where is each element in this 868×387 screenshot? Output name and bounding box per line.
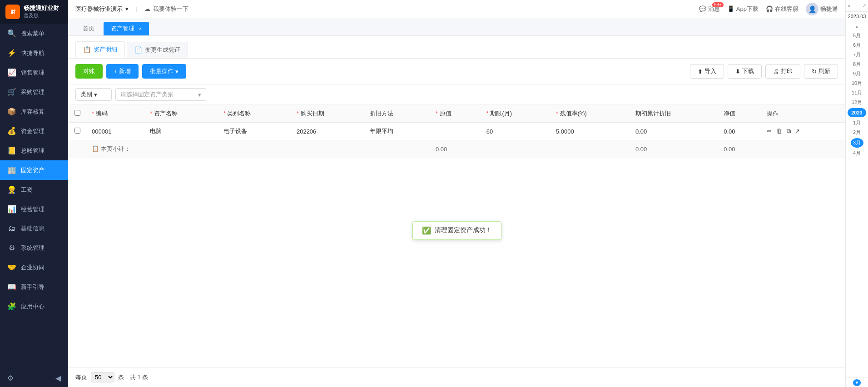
month-2[interactable]: 2月	[846, 128, 868, 137]
tab-assets[interactable]: 资产管理 ×	[104, 22, 149, 35]
new-btn[interactable]: + 新增	[106, 64, 139, 79]
month-9[interactable]: 9月	[846, 69, 868, 79]
app-download-btn[interactable]: 📱 App下载	[727, 5, 759, 13]
sidebar-item-inventory[interactable]: 📦 库存核算	[0, 102, 68, 121]
sidebar-item-search[interactable]: 🔍 搜索菜单	[0, 24, 68, 43]
more-icon[interactable]: ↗	[795, 128, 800, 134]
sidebar-item-collab[interactable]: 🤝 企业协同	[0, 258, 68, 277]
experience-btn[interactable]: ☁ 我要体验一下	[144, 5, 188, 13]
sidebar-item-basic[interactable]: 🗂 基础信息	[0, 219, 68, 238]
sidebar-item-sales[interactable]: 📈 销售管理	[0, 63, 68, 82]
expand-panel-icon[interactable]: ⤢	[862, 3, 866, 9]
cell-action: ✏ 🗑 ⧉ ↗	[761, 123, 845, 140]
scroll-down-btn[interactable]: ▼	[846, 377, 868, 387]
funds-icon: 💰	[7, 127, 16, 135]
subtotal-net: 0.00	[718, 140, 761, 158]
import-btn[interactable]: ⬆ 导入	[690, 64, 724, 79]
month-8[interactable]: 8月	[846, 60, 868, 69]
month-4[interactable]: 4月	[846, 149, 868, 158]
sidebar-logo: 财 畅捷通好业财 普及版	[0, 0, 68, 24]
right-panel: × ⤢ 2023.03 ▲ 5月 6月 7月 8月 9月 10月 11月 12月…	[845, 0, 868, 387]
sidebar-item-apps[interactable]: 🧩 应用中心	[0, 297, 68, 316]
month-3-active[interactable]: 3月	[851, 138, 863, 148]
month-5[interactable]: 5月	[846, 31, 868, 40]
sub-tab-asset-detail[interactable]: 📋 资产明细	[75, 41, 125, 58]
right-panel-header: × ⤢	[846, 0, 868, 12]
topbar-right: 💬 消息 99+ 📱 App下载 🎧 在线客服 👤 畅捷通	[699, 3, 838, 15]
edit-icon[interactable]: ✏	[767, 128, 772, 134]
filter-row: 类别 ▾ 请选择固定资产类别 ▾	[68, 84, 845, 105]
page-content: 📋 资产明细 📄 变更生成凭证 对账 + 新增 批量操作 ▾ ⬆ 导入	[68, 36, 845, 387]
toast-message: 清理固定资产成功！	[435, 226, 492, 234]
select-all-checkbox[interactable]	[74, 110, 80, 116]
scroll-up-btn[interactable]: ▲	[846, 21, 868, 31]
page-size-select[interactable]: 50 100	[91, 372, 114, 382]
sidebar-item-ledger[interactable]: 📒 总账管理	[0, 141, 68, 160]
close-panel-icon[interactable]: ×	[848, 3, 850, 9]
logo-icon: 财	[5, 5, 20, 19]
logo-subtitle: 普及版	[24, 12, 59, 19]
collapse-icon[interactable]: ◀	[55, 374, 61, 382]
month-7[interactable]: 7月	[846, 50, 868, 60]
col-depreciation: 折旧方法	[364, 105, 430, 123]
cell-period: 60	[481, 123, 551, 140]
sub-tab-voucher[interactable]: 📄 变更生成凭证	[127, 42, 188, 58]
sidebar-item-payroll[interactable]: 👷 工资	[0, 180, 68, 199]
system-icon: ⚙	[7, 243, 16, 252]
batch-btn[interactable]: 批量操作 ▾	[142, 64, 186, 79]
row-checkbox[interactable]	[74, 128, 80, 134]
settings-icon[interactable]: ⚙	[7, 374, 14, 382]
sidebar-item-funds[interactable]: 💰 资金管理	[0, 121, 68, 141]
month-12[interactable]: 12月	[846, 98, 868, 107]
month-10[interactable]: 10月	[846, 79, 868, 88]
inventory-icon: 📦	[7, 107, 16, 116]
asset-detail-icon: 📋	[83, 46, 91, 53]
delete-icon[interactable]: 🗑	[776, 128, 782, 134]
subtotal-row: 📋 本页小计： 0.00 0.00 0.00	[68, 140, 845, 158]
sidebar-item-purchase[interactable]: 🛒 采购管理	[0, 82, 68, 102]
cell-residual: 5.0000	[551, 123, 630, 140]
cell-original-value	[430, 123, 481, 140]
category-type-select[interactable]: 类别 ▾	[75, 88, 112, 101]
select-all-header[interactable]	[68, 105, 86, 123]
print-btn[interactable]: 🖨 打印	[765, 64, 800, 79]
tab-home[interactable]: 首页	[75, 22, 102, 35]
online-service-btn[interactable]: 🎧 在线客服	[766, 5, 799, 13]
sidebar-item-quicknav[interactable]: ⚡ 快捷导航	[0, 43, 68, 63]
cloud-icon: ☁	[144, 5, 150, 12]
company-selector[interactable]: 医疗器械行业演示 ▾	[75, 5, 129, 13]
download-btn[interactable]: ⬇ 下载	[728, 64, 762, 79]
sidebar-item-system[interactable]: ⚙ 系统管理	[0, 238, 68, 258]
sidebar-item-assets[interactable]: 🏢 固定资产	[0, 160, 68, 180]
refresh-btn[interactable]: ↻ 刷新	[804, 64, 838, 79]
copy-icon[interactable]: ⧉	[787, 128, 791, 134]
assets-icon: 🏢	[7, 166, 16, 174]
col-net-value: 净值	[718, 105, 761, 123]
sidebar-item-operations[interactable]: 📊 经营管理	[0, 199, 68, 219]
tabs-bar: 首页 资产管理 ×	[68, 18, 845, 36]
assets-table: * 编码 * 资产名称 * 类别名称 * 购买日期 折旧方法 * 原值 * 期限…	[68, 105, 845, 158]
account-btn[interactable]: 对账	[75, 64, 103, 79]
cell-purchase-date: 202206	[291, 123, 364, 140]
month-6[interactable]: 6月	[846, 40, 868, 50]
sidebar-item-guide[interactable]: 📖 新手引导	[0, 277, 68, 297]
company-dropdown-icon: ▾	[125, 5, 129, 12]
table-container: * 编码 * 资产名称 * 类别名称 * 购买日期 折旧方法 * 原值 * 期限…	[68, 105, 845, 367]
sidebar-bottom: ⚙ ◀	[0, 369, 68, 387]
user-info[interactable]: 👤 畅捷通	[806, 3, 838, 15]
headset-icon: 🎧	[766, 5, 773, 12]
month-11[interactable]: 11月	[846, 88, 868, 98]
col-original-value: * 原值	[430, 105, 481, 123]
messages-btn[interactable]: 💬 消息 99+	[699, 5, 720, 13]
current-year-month: 2023.03	[846, 12, 868, 21]
tab-close-btn[interactable]: ×	[139, 26, 142, 31]
row-checkbox-cell[interactable]	[68, 123, 86, 140]
apps-icon: 🧩	[7, 302, 16, 311]
download-icon: 📱	[727, 5, 734, 12]
month-1[interactable]: 1月	[846, 118, 868, 128]
filter-dropdown-icon: ▾	[94, 91, 97, 98]
col-period: * 期限(月)	[481, 105, 551, 123]
category-filter-input[interactable]: 请选择固定资产类别 ▾	[115, 88, 206, 101]
toolbar: 对账 + 新增 批量操作 ▾ ⬆ 导入 ⬇ 下载 🖨 打印	[68, 59, 845, 84]
success-check-icon: ✅	[422, 226, 431, 235]
